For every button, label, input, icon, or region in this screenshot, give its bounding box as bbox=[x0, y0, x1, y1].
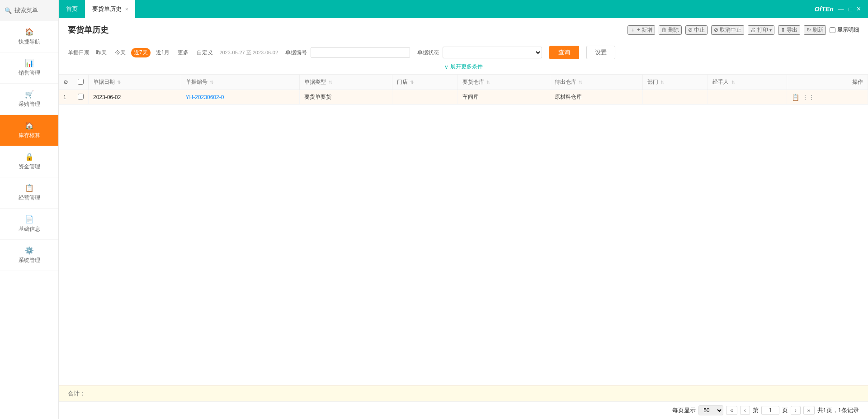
col-checkbox bbox=[73, 75, 89, 90]
expand-more[interactable]: ∨ 展开更多条件 bbox=[68, 63, 859, 71]
table-body: 1 2023-06-02 YH-20230602-0 要货单要货 车间库 bbox=[59, 90, 868, 105]
next-page-button[interactable]: › bbox=[791, 406, 801, 415]
col-doc-no: 单据编号 ⇅ bbox=[181, 75, 300, 90]
date-shortcut-yesterday[interactable]: 昨天 bbox=[93, 48, 109, 57]
date-shortcut-more[interactable]: 更多 bbox=[175, 48, 191, 57]
sidebar-item-sales[interactable]: 📊 销售管理 bbox=[0, 52, 58, 84]
export-label: 导出 bbox=[787, 26, 797, 34]
window-maximize[interactable]: □ bbox=[849, 6, 852, 13]
add-label: + 新增 bbox=[637, 26, 652, 34]
main-content: 首页 要货单历史 × OfTEn — □ × 要货单历史 ＋ bbox=[59, 0, 868, 419]
date-shortcut-1month[interactable]: 近1月 bbox=[153, 48, 173, 57]
cell-date: 2023-06-02 bbox=[89, 90, 181, 105]
col-req-warehouse-label: 要货仓库 bbox=[462, 79, 484, 85]
finance-icon: 🔒 bbox=[25, 152, 34, 161]
status-label: 单据状态 bbox=[417, 49, 439, 57]
col-dept-label: 部门 bbox=[647, 79, 658, 85]
doc-no-input[interactable] bbox=[311, 47, 410, 58]
col-pending-warehouse-label: 待出仓库 bbox=[555, 79, 576, 85]
data-table: ⚙ 单据日期 ⇅ 单据编号 ⇅ bbox=[59, 75, 868, 105]
total-label: 合计： bbox=[68, 390, 85, 397]
last-page-button[interactable]: » bbox=[803, 406, 815, 415]
date-shortcut-today[interactable]: 今天 bbox=[112, 48, 128, 57]
display-detail-checkbox[interactable] bbox=[830, 27, 835, 33]
stop-button[interactable]: ⊘ 中止 bbox=[685, 25, 708, 35]
col-doc-no-label: 单据编号 bbox=[186, 79, 208, 85]
doc-no-link[interactable]: YH-20230602-0 bbox=[186, 94, 224, 100]
window-minimize[interactable]: — bbox=[838, 6, 844, 13]
col-ops: 操作 bbox=[787, 75, 868, 90]
sort-icon-pending-warehouse[interactable]: ⇅ bbox=[579, 80, 582, 85]
total-info: 共1页，1条记录 bbox=[817, 406, 859, 414]
add-button[interactable]: ＋ + 新增 bbox=[627, 25, 655, 35]
sidebar-item-purchase[interactable]: 🛒 采购管理 bbox=[0, 84, 58, 115]
table-footer: 合计： bbox=[59, 386, 868, 401]
sort-icon-store[interactable]: ⇅ bbox=[410, 80, 414, 85]
window-close[interactable]: × bbox=[857, 5, 861, 13]
row-edit-icon[interactable]: 📋 bbox=[792, 94, 799, 101]
cell-pending-warehouse: 原材料仓库 bbox=[550, 90, 642, 105]
sort-icon-doc-type[interactable]: ⇅ bbox=[329, 80, 332, 85]
col-date-label: 单据日期 bbox=[93, 79, 115, 85]
cancel-stop-icon: ⊘ bbox=[714, 27, 718, 33]
print-button[interactable]: 🖨 打印 ▾ bbox=[748, 25, 774, 35]
sort-icon-doc-no[interactable]: ⇅ bbox=[210, 80, 213, 85]
sort-icon-handler[interactable]: ⇅ bbox=[731, 80, 735, 85]
cell-ops: 📋 ⋮⋮ bbox=[787, 90, 868, 105]
page-header: 要货单历史 ＋ + 新增 🗑 删除 ⊘ 中止 ⊘ bbox=[59, 18, 868, 40]
prev-page-button[interactable]: ‹ bbox=[740, 406, 750, 415]
sidebar-item-basic[interactable]: 📄 基础信息 bbox=[0, 209, 58, 240]
print-dropdown-icon: ▾ bbox=[769, 28, 772, 33]
expand-down-icon: ∨ bbox=[444, 64, 448, 70]
col-doc-type-label: 单据类型 bbox=[304, 79, 326, 85]
per-page-label: 每页显示 bbox=[672, 406, 696, 414]
sort-icon-req-warehouse[interactable]: ⇅ bbox=[486, 80, 490, 85]
col-date: 单据日期 ⇅ bbox=[89, 75, 181, 90]
status-select[interactable] bbox=[443, 47, 542, 58]
date-range-display: 2023-05-27 至 2023-06-02 bbox=[219, 49, 278, 56]
settings-button[interactable]: 设置 bbox=[586, 46, 615, 59]
export-button[interactable]: ⬆ 导出 bbox=[778, 25, 800, 35]
page-content: 要货单历史 ＋ + 新增 🗑 删除 ⊘ 中止 ⊘ bbox=[59, 18, 868, 419]
tab-bar: 首页 要货单历史 × bbox=[59, 0, 135, 18]
sidebar-item-label: 基础信息 bbox=[19, 225, 40, 233]
delete-button[interactable]: 🗑 删除 bbox=[659, 25, 682, 35]
cell-index: 1 bbox=[59, 90, 73, 105]
col-settings[interactable]: ⚙ bbox=[59, 75, 73, 90]
col-doc-type: 单据类型 ⇅ bbox=[300, 75, 392, 90]
table-row: 1 2023-06-02 YH-20230602-0 要货单要货 车间库 bbox=[59, 90, 868, 105]
sidebar-search[interactable]: 🔍 搜索菜单 bbox=[0, 0, 58, 21]
tab-active[interactable]: 要货单历史 × bbox=[85, 0, 135, 18]
query-button[interactable]: 查询 bbox=[549, 46, 579, 59]
sidebar-item-finance[interactable]: 🔒 资金管理 bbox=[0, 146, 58, 177]
tab-home[interactable]: 首页 bbox=[59, 0, 85, 18]
sidebar-item-label: 销售管理 bbox=[19, 69, 40, 77]
refresh-icon: ↻ bbox=[807, 27, 811, 33]
col-req-warehouse: 要货仓库 ⇅ bbox=[458, 75, 550, 90]
doc-no-filter: 单据编号 bbox=[285, 47, 410, 58]
cancel-stop-button[interactable]: ⊘ 取消中止 bbox=[711, 25, 744, 35]
filter-area: 单据日期 昨天 今天 近7天 近1月 更多 自定义 2023-05-27 至 2… bbox=[59, 40, 868, 75]
sales-icon: 📊 bbox=[25, 59, 34, 67]
col-store: 门店 ⇅ bbox=[392, 75, 458, 90]
sort-icon-date[interactable]: ⇅ bbox=[117, 80, 121, 85]
sidebar-item-inventory[interactable]: 🏠 库存核算 bbox=[0, 115, 58, 146]
sidebar-item-system[interactable]: ⚙️ 系统管理 bbox=[0, 240, 58, 271]
sort-icon-dept[interactable]: ⇅ bbox=[660, 80, 664, 85]
display-detail-label: 显示明细 bbox=[837, 26, 859, 34]
row-checkbox[interactable] bbox=[78, 94, 84, 100]
sidebar-item-operations[interactable]: 📋 经营管理 bbox=[0, 177, 58, 209]
select-all-checkbox[interactable] bbox=[78, 79, 84, 85]
col-handler: 经手人 ⇅ bbox=[708, 75, 787, 90]
per-page-select[interactable]: 50 100 200 bbox=[698, 405, 723, 415]
date-shortcut-7days[interactable]: 近7天 bbox=[131, 48, 151, 57]
date-shortcuts: 昨天 今天 近7天 近1月 更多 自定义 bbox=[93, 48, 216, 57]
first-page-button[interactable]: « bbox=[726, 406, 737, 415]
page-input[interactable] bbox=[761, 406, 779, 415]
row-more-icon[interactable]: ⋮⋮ bbox=[802, 94, 815, 101]
sidebar-item-quick-nav[interactable]: 🏠 快捷导航 bbox=[0, 21, 58, 52]
operations-icon: 📋 bbox=[25, 184, 34, 192]
date-shortcut-custom[interactable]: 自定义 bbox=[194, 48, 216, 57]
tab-close-icon[interactable]: × bbox=[125, 6, 128, 12]
refresh-button[interactable]: ↻ 刷新 bbox=[804, 25, 826, 35]
